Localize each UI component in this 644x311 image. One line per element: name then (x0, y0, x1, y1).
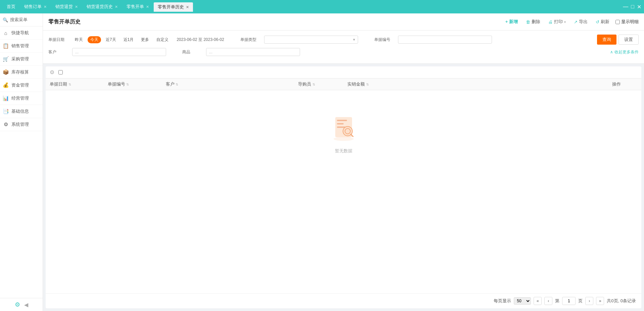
table-settings-icon[interactable]: ⚙ (50, 69, 54, 75)
col-amount-sort-icon[interactable]: ⇅ (366, 83, 369, 86)
sidebar-settings-icon[interactable]: ⚙ (15, 301, 20, 308)
number-filter-input[interactable] (398, 36, 492, 44)
tab-home[interactable]: 首页 (3, 2, 19, 12)
date-option-yesterday[interactable]: 昨天 (72, 36, 86, 43)
sidebar-item-quick-nav[interactable]: ⌂ 快捷导航 (0, 27, 43, 40)
sidebar: 🔍 搜索采单 ⌂ 快捷导航 📋 销售管理 🛒 采购管理 📦 库存核算 💰 资金管… (0, 13, 43, 311)
date-option-custom[interactable]: 自定义 (154, 36, 171, 43)
sidebar-item-base-info[interactable]: 📑 基础信息 (0, 105, 43, 118)
sidebar-item-purchase-mgmt-label: 采购管理 (11, 56, 29, 62)
col-amount[interactable]: 实销金额 ⇅ (343, 79, 608, 90)
current-page-input[interactable] (562, 297, 576, 305)
sidebar-item-sys-mgmt[interactable]: ⚙ 系统管理 (0, 118, 43, 131)
sidebar-item-inventory[interactable]: 📦 库存核算 (0, 66, 43, 79)
tab-retail-open-history-close[interactable]: ✕ (186, 5, 189, 9)
customer-filter-select[interactable]: ... (72, 48, 166, 56)
first-page-button[interactable]: « (534, 297, 542, 305)
goods-filter-placeholder: ... (209, 50, 212, 54)
last-page-button[interactable]: » (596, 297, 604, 305)
per-page-select[interactable]: 50 10 20 100 (514, 297, 531, 305)
maximize-button[interactable]: □ (631, 4, 634, 10)
content-area: 零售开单历史 + 新增 🗑 删除 🖨 打印 ▾ ↗ 导出 (43, 13, 644, 311)
col-guide[interactable]: 导购员 ⇅ (294, 79, 343, 90)
minimize-button[interactable]: — (623, 4, 628, 10)
refresh-button[interactable]: ↺ 刷新 (594, 17, 611, 26)
sys-mgmt-icon: ⚙ (3, 121, 9, 127)
prev-page-button[interactable]: ‹ (544, 297, 552, 305)
collapse-up-icon: ∧ (610, 50, 613, 54)
tab-home-label: 首页 (7, 4, 15, 10)
per-page-label: 每页显示 (494, 298, 511, 304)
sidebar-item-operations[interactable]: 📊 经营管理 (0, 92, 43, 105)
date-option-1month[interactable]: 近1月 (121, 36, 137, 43)
tab-sales-order-close[interactable]: ✕ (44, 5, 47, 9)
sidebar-search[interactable]: 🔍 搜索采单 (0, 13, 43, 27)
add-button-label: + 新增 (505, 19, 518, 25)
number-filter-label: 单据编号 (374, 37, 393, 43)
col-guide-sort-icon[interactable]: ⇅ (312, 83, 315, 86)
sidebar-item-sys-mgmt-label: 系统管理 (11, 121, 29, 127)
tab-retail-open[interactable]: 零售开单 ✕ (122, 2, 153, 12)
display-detail-input[interactable] (615, 20, 620, 24)
sidebar-search-label: 搜索采单 (10, 17, 28, 23)
date-filter-label: 单据日期 (48, 37, 67, 43)
export-icon: ↗ (574, 19, 578, 24)
date-option-more[interactable]: 更多 (138, 36, 152, 43)
sidebar-item-purchase-mgmt[interactable]: 🛒 采购管理 (0, 53, 43, 66)
display-detail-label: 显示明细 (621, 19, 639, 25)
sidebar-collapse-icon[interactable]: ◀ (24, 302, 28, 308)
nav-tabs: 首页 销售订单 ✕ 销货退货 ✕ 销货退货历史 ✕ 零售开单 ✕ 零售开单历史 … (3, 2, 623, 12)
filter-settings-button[interactable]: 设置 (618, 35, 639, 45)
type-filter-select[interactable]: ▾ (264, 36, 358, 44)
tab-retail-open-close[interactable]: ✕ (146, 5, 149, 9)
col-number-sort-icon[interactable]: ⇅ (126, 83, 129, 86)
col-customer[interactable]: 客户 ⇅ (162, 79, 294, 90)
tab-sales-return-history-label: 销货退货历史 (87, 4, 113, 10)
next-page-button[interactable]: › (585, 297, 593, 305)
filter-row-2: 客户 ... 商品 ... ∧ 收起更多条件 (48, 48, 639, 56)
tab-retail-open-history[interactable]: 零售开单历史 ✕ (154, 2, 193, 12)
col-action-label: 操作 (612, 82, 621, 87)
svg-point-0 (334, 137, 354, 141)
sidebar-item-sales-mgmt[interactable]: 📋 销售管理 (0, 40, 43, 53)
display-detail-checkbox[interactable]: 显示明细 (615, 19, 639, 25)
collapse-button[interactable]: ∧ 收起更多条件 (610, 49, 639, 55)
sidebar-item-sales-mgmt-label: 销售管理 (11, 43, 29, 49)
sidebar-item-quick-nav-label: 快捷导航 (11, 30, 29, 36)
col-number[interactable]: 单据编号 ⇅ (104, 79, 162, 90)
delete-icon: 🗑 (526, 19, 530, 24)
tab-retail-open-label: 零售开单 (127, 4, 144, 10)
svg-rect-3 (337, 123, 344, 124)
add-button[interactable]: + 新增 (503, 17, 520, 26)
query-button[interactable]: 查询 (597, 35, 616, 45)
tab-sales-order[interactable]: 销售订单 ✕ (20, 2, 51, 12)
goods-filter-select[interactable]: ... (206, 48, 300, 56)
date-option-7days[interactable]: 近7天 (103, 36, 119, 43)
sidebar-item-finance[interactable]: 💰 资金管理 (0, 79, 43, 92)
base-info-icon: 📑 (3, 108, 9, 114)
page-header: 零售开单历史 + 新增 🗑 删除 🖨 打印 ▾ ↗ 导出 (43, 13, 644, 31)
col-date[interactable]: 单据日期 ⇅ (46, 79, 104, 90)
tab-sales-return[interactable]: 销货退货 ✕ (51, 2, 82, 12)
operations-icon: 📊 (3, 95, 9, 101)
date-option-today[interactable]: 今天 (88, 36, 101, 43)
toolbar: + 新增 🗑 删除 🖨 打印 ▾ ↗ 导出 ↺ 刷新 (503, 17, 639, 26)
table-toolbar: ⚙ (46, 66, 641, 79)
col-customer-label: 客户 (166, 82, 175, 87)
tab-sales-return-close[interactable]: ✕ (75, 5, 78, 9)
tab-sales-return-history-close[interactable]: ✕ (115, 5, 118, 9)
col-number-label: 单据编号 (108, 82, 125, 87)
print-button[interactable]: 🖨 打印 ▾ (546, 17, 568, 26)
type-filter-chevron: ▾ (353, 37, 355, 42)
export-button[interactable]: ↗ 导出 (572, 17, 590, 26)
col-amount-label: 实销金额 (347, 82, 365, 87)
delete-button[interactable]: 🗑 删除 (524, 17, 542, 26)
tab-sales-return-history[interactable]: 销货退货历史 ✕ (83, 2, 122, 12)
col-customer-sort-icon[interactable]: ⇅ (176, 83, 178, 86)
close-button[interactable]: ✕ (637, 4, 641, 10)
purchase-icon: 🛒 (3, 56, 9, 62)
table-wrapper: 单据日期 ⇅ 单据编号 ⇅ 客户 ⇅ (46, 79, 641, 293)
col-date-sort-icon[interactable]: ⇅ (68, 83, 71, 86)
select-all-checkbox[interactable] (58, 70, 63, 74)
refresh-icon: ↺ (596, 19, 599, 24)
